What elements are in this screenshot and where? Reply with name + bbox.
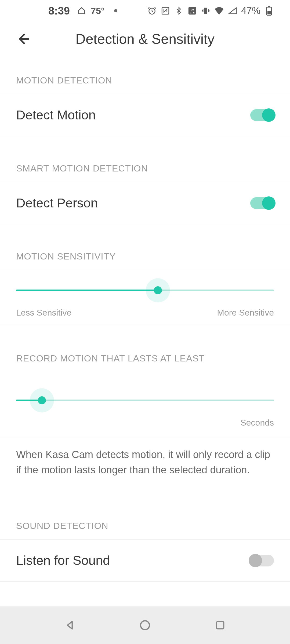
nav-home-button[interactable] <box>137 617 153 633</box>
setting-detect-motion[interactable]: Detect Motion <box>0 94 290 136</box>
detect-motion-label: Detect Motion <box>16 108 96 122</box>
svg-point-9 <box>141 621 150 630</box>
battery-percentage: 47% <box>241 5 260 16</box>
status-dot-icon <box>114 9 117 12</box>
nav-back-button[interactable] <box>62 617 78 633</box>
section-header-smart-motion: SMART MOTION DETECTION <box>0 136 290 182</box>
nav-recent-button[interactable] <box>212 617 228 633</box>
svg-rect-10 <box>217 622 224 629</box>
detect-person-label: Detect Person <box>16 196 98 210</box>
less-sensitive-label: Less Sensitive <box>16 308 71 318</box>
record-duration-slider[interactable] <box>16 394 274 407</box>
more-sensitive-label: More Sensitive <box>217 308 274 318</box>
battery-icon <box>264 6 274 16</box>
nfc-icon <box>161 6 170 16</box>
page-title: Detection & Sensitivity <box>75 31 214 47</box>
alarm-icon <box>147 6 157 16</box>
home-icon <box>77 6 86 16</box>
section-header-record-duration: RECORD MOTION THAT LASTS AT LEAST <box>0 326 290 372</box>
content-area: MOTION DETECTION Detect Motion SMART MOT… <box>0 56 290 582</box>
status-temp: 75° <box>91 6 104 16</box>
detect-motion-toggle[interactable] <box>250 109 274 121</box>
motion-sensitivity-slider[interactable] <box>16 284 274 297</box>
back-button[interactable] <box>16 31 32 47</box>
svg-text:LTE: LTE <box>190 11 195 14</box>
status-bar: 8:39 75° VoLTE 47% <box>0 0 290 21</box>
wifi-icon <box>214 6 224 16</box>
setting-listen-sound[interactable]: Listen for Sound <box>0 540 290 582</box>
bluetooth-icon <box>174 6 184 16</box>
svg-rect-5 <box>204 8 207 14</box>
app-header: Detection & Sensitivity <box>0 21 290 56</box>
section-header-sound-detection: SOUND DETECTION <box>0 494 290 540</box>
detect-person-toggle[interactable] <box>250 197 274 209</box>
setting-detect-person[interactable]: Detect Person <box>0 182 290 224</box>
listen-sound-label: Listen for Sound <box>16 553 110 568</box>
svg-rect-8 <box>267 11 271 14</box>
volte-icon: VoLTE <box>187 6 197 16</box>
svg-text:Vo: Vo <box>191 8 194 11</box>
cellular-icon <box>228 6 237 16</box>
record-duration-description: When Kasa Cam detects motion, it will on… <box>0 436 290 494</box>
navigation-bar <box>0 606 290 644</box>
listen-sound-toggle[interactable] <box>250 555 274 566</box>
section-header-motion-detection: MOTION DETECTION <box>0 56 290 94</box>
section-header-motion-sensitivity: MOTION SENSITIVITY <box>0 224 290 270</box>
vibrate-icon <box>201 6 211 16</box>
record-duration-slider-container: Seconds <box>0 372 290 436</box>
seconds-label: Seconds <box>240 418 274 428</box>
status-time: 8:39 <box>48 5 70 17</box>
svg-rect-7 <box>268 6 270 7</box>
motion-sensitivity-slider-container: Less Sensitive More Sensitive <box>0 270 290 326</box>
